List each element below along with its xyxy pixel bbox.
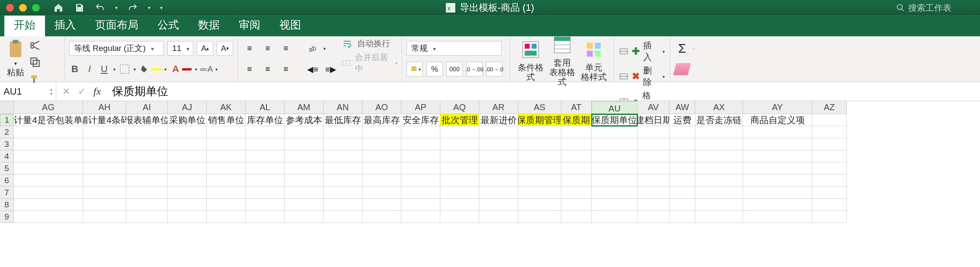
cell-AL2[interactable] <box>246 126 285 138</box>
cell-AJ6[interactable] <box>168 175 207 187</box>
cell-AP6[interactable] <box>401 175 440 187</box>
cell-AI7[interactable] <box>126 187 168 199</box>
cell-AH1[interactable]: 辅计量4条码 <box>83 114 126 126</box>
cell-AY3[interactable] <box>743 138 812 150</box>
clear-button[interactable] <box>673 63 691 75</box>
cell-AM2[interactable] <box>285 126 323 138</box>
fill-color-button[interactable] <box>139 64 151 75</box>
cell-AH8[interactable] <box>83 199 126 211</box>
cell-AK6[interactable] <box>207 175 246 187</box>
cell-AS3[interactable] <box>518 138 561 150</box>
cell-AK9[interactable] <box>207 211 246 223</box>
cell-AL3[interactable] <box>246 138 285 150</box>
borders-button[interactable] <box>119 64 130 75</box>
delete-cells-button[interactable]: ✖删除▾ <box>619 65 665 88</box>
cell-AL4[interactable] <box>246 150 285 162</box>
cell-AT4[interactable] <box>561 150 592 162</box>
cell-AN4[interactable] <box>323 150 362 162</box>
cell-AU5[interactable] <box>592 162 637 175</box>
formula-input[interactable] <box>107 85 980 98</box>
cell-AK8[interactable] <box>207 199 246 211</box>
cell-AQ4[interactable] <box>440 150 479 162</box>
column-header-AQ[interactable]: AQ <box>440 101 479 114</box>
cell-AZ5[interactable] <box>812 162 847 175</box>
align-middle-button[interactable]: ≡ <box>260 42 275 55</box>
cell-AK2[interactable] <box>207 126 246 138</box>
cell-AU7[interactable] <box>592 187 637 199</box>
cut-button[interactable] <box>29 40 41 53</box>
font-color-button[interactable]: A <box>170 64 181 75</box>
cell-AR9[interactable] <box>479 211 518 223</box>
cell-AQ5[interactable] <box>440 162 479 175</box>
cell-AU6[interactable] <box>592 175 637 187</box>
cell-AM6[interactable] <box>285 175 323 187</box>
number-format-select[interactable]: 常规 <box>407 41 502 56</box>
phonetic-button[interactable]: abcA <box>201 64 212 75</box>
tab-home[interactable]: 开始 <box>4 14 45 36</box>
cell-AI5[interactable] <box>126 162 168 175</box>
row-header-3[interactable]: 3 <box>0 138 14 150</box>
save-icon[interactable] <box>74 2 85 13</box>
cell-AP1[interactable]: 安全库存 <box>401 114 440 126</box>
redo-icon[interactable] <box>127 2 138 13</box>
cell-AM3[interactable] <box>285 138 323 150</box>
search-input[interactable] <box>908 3 973 13</box>
home-icon[interactable] <box>53 2 64 13</box>
cell-AX3[interactable] <box>695 138 743 150</box>
column-header-AI[interactable]: AI <box>126 101 168 114</box>
cell-AJ9[interactable] <box>168 211 207 223</box>
cell-AZ3[interactable] <box>812 138 847 150</box>
cell-AG7[interactable] <box>14 187 83 199</box>
select-all-corner[interactable] <box>0 101 14 114</box>
cell-AM5[interactable] <box>285 162 323 175</box>
cell-AK7[interactable] <box>207 187 246 199</box>
cell-AS5[interactable] <box>518 162 561 175</box>
cell-AO9[interactable] <box>362 211 401 223</box>
redo-dropdown[interactable]: ▾ <box>148 5 151 11</box>
undo-dropdown[interactable]: ▾ <box>115 5 118 11</box>
cell-AG6[interactable] <box>14 175 83 187</box>
cell-AU4[interactable] <box>592 150 637 162</box>
cell-AG1[interactable]: 辅计量4是否包装单位 <box>14 114 83 126</box>
cell-AH4[interactable] <box>83 150 126 162</box>
cell-AY1[interactable]: 商品自定义项 <box>743 114 812 126</box>
underline-button[interactable]: U <box>99 64 110 75</box>
cell-AQ9[interactable] <box>440 211 479 223</box>
cell-AR4[interactable] <box>479 150 518 162</box>
cell-AH9[interactable] <box>83 211 126 223</box>
cell-AQ2[interactable] <box>440 126 479 138</box>
column-header-AK[interactable]: AK <box>207 101 246 114</box>
cell-AR2[interactable] <box>479 126 518 138</box>
cell-AS1[interactable]: 保质期管理 <box>518 114 561 126</box>
row-header-6[interactable]: 6 <box>0 175 14 187</box>
cell-AU3[interactable] <box>592 138 637 150</box>
cell-AY8[interactable] <box>743 199 812 211</box>
merge-center-button[interactable]: 合并后居中▾ <box>342 52 397 74</box>
insert-cells-button[interactable]: ✚插入▾ <box>619 40 665 63</box>
row-header-8[interactable]: 8 <box>0 199 14 211</box>
cell-AO5[interactable] <box>362 162 401 175</box>
column-header-AN[interactable]: AN <box>323 101 362 114</box>
cell-AN8[interactable] <box>323 199 362 211</box>
cell-AT2[interactable] <box>561 126 592 138</box>
bold-button[interactable]: B <box>69 64 80 75</box>
cell-AT5[interactable] <box>561 162 592 175</box>
cell-AO8[interactable] <box>362 199 401 211</box>
cell-AZ8[interactable] <box>812 199 847 211</box>
cell-AO6[interactable] <box>362 175 401 187</box>
cell-AW7[interactable] <box>669 187 695 199</box>
cell-AQ3[interactable] <box>440 138 479 150</box>
cell-AX6[interactable] <box>695 175 743 187</box>
comma-button[interactable]: 000 <box>446 62 463 76</box>
cell-AJ5[interactable] <box>168 162 207 175</box>
cell-AG9[interactable] <box>14 211 83 223</box>
cell-AG2[interactable] <box>14 126 83 138</box>
cell-AV5[interactable] <box>637 162 669 175</box>
maximize-window-button[interactable] <box>32 4 40 12</box>
column-header-AY[interactable]: AY <box>743 101 812 114</box>
minimize-window-button[interactable] <box>19 4 27 12</box>
enter-formula-button[interactable]: ✓ <box>78 86 86 97</box>
tab-insert[interactable]: 插入 <box>45 14 86 36</box>
cell-AY9[interactable] <box>743 211 812 223</box>
cell-AG5[interactable] <box>14 162 83 175</box>
